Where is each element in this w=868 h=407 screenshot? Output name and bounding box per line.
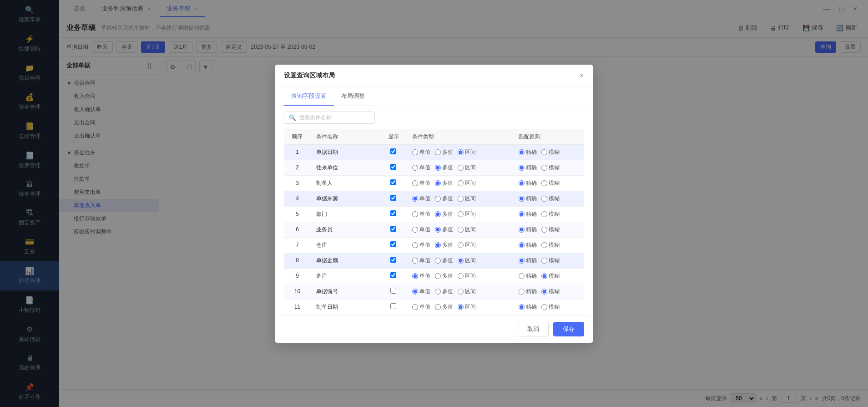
- row-type-cell[interactable]: 单值多值区间: [407, 284, 513, 299]
- row-type-cell[interactable]: 单值多值区间: [407, 191, 513, 206]
- show-checkbox[interactable]: [390, 164, 396, 170]
- row-show-cell[interactable]: [380, 191, 407, 206]
- cancel-button[interactable]: 取消: [518, 322, 549, 336]
- type-radio-multiple[interactable]: 多值: [435, 303, 453, 311]
- modal-save-button[interactable]: 保存: [553, 322, 584, 336]
- row-type-cell[interactable]: 单值多值区间: [407, 222, 513, 237]
- type-radio-single[interactable]: 单值: [412, 303, 430, 311]
- row-match-cell[interactable]: 精确模糊: [513, 253, 584, 268]
- type-radio-range[interactable]: 区间: [458, 148, 476, 156]
- match-radio-exact[interactable]: 精确: [519, 164, 537, 172]
- row-show-cell[interactable]: [380, 175, 407, 191]
- row-type-cell[interactable]: 单值多值区间: [407, 253, 513, 268]
- type-radio-single[interactable]: 单值: [412, 148, 430, 156]
- show-checkbox[interactable]: [390, 303, 396, 309]
- match-radio-exact[interactable]: 精确: [519, 272, 537, 280]
- type-radio-range[interactable]: 区间: [458, 241, 476, 249]
- show-checkbox[interactable]: [390, 272, 396, 278]
- row-match-cell[interactable]: 精确模糊: [513, 191, 584, 206]
- row-match-cell[interactable]: 精确模糊: [513, 299, 584, 315]
- type-radio-multiple[interactable]: 多值: [435, 226, 453, 234]
- match-radio-fuzzy[interactable]: 模糊: [541, 288, 560, 295]
- type-radio-single[interactable]: 单值: [412, 210, 430, 218]
- row-show-cell[interactable]: [380, 144, 407, 160]
- row-match-cell[interactable]: 精确模糊: [513, 175, 584, 191]
- match-radio-exact[interactable]: 精确: [519, 303, 537, 311]
- match-radio-exact[interactable]: 精确: [519, 257, 537, 265]
- show-checkbox[interactable]: [390, 257, 396, 263]
- row-type-cell[interactable]: 单值多值区间: [407, 268, 513, 284]
- match-radio-fuzzy[interactable]: 模糊: [541, 195, 560, 203]
- row-match-cell[interactable]: 精确模糊: [513, 144, 584, 160]
- row-match-cell[interactable]: 精确模糊: [513, 206, 584, 222]
- row-type-cell[interactable]: 单值多值区间: [407, 206, 513, 222]
- type-radio-multiple[interactable]: 多值: [435, 179, 453, 187]
- type-radio-single[interactable]: 单值: [412, 272, 430, 280]
- type-radio-range[interactable]: 区间: [458, 303, 476, 311]
- match-radio-exact[interactable]: 精确: [519, 210, 537, 218]
- type-radio-range[interactable]: 区间: [458, 257, 476, 265]
- row-show-cell[interactable]: [380, 237, 407, 253]
- match-radio-fuzzy[interactable]: 模糊: [541, 148, 560, 156]
- match-radio-fuzzy[interactable]: 模糊: [541, 303, 560, 311]
- match-radio-exact[interactable]: 精确: [519, 288, 537, 295]
- match-radio-exact[interactable]: 精确: [519, 179, 537, 187]
- row-show-cell[interactable]: [380, 222, 407, 237]
- match-radio-fuzzy[interactable]: 模糊: [541, 226, 560, 234]
- row-show-cell[interactable]: [380, 160, 407, 175]
- show-checkbox[interactable]: [390, 226, 396, 232]
- row-type-cell[interactable]: 单值多值区间: [407, 160, 513, 175]
- row-type-cell[interactable]: 单值多值区间: [407, 237, 513, 253]
- type-radio-multiple[interactable]: 多值: [435, 195, 453, 203]
- modal-search-input[interactable]: [299, 114, 370, 121]
- type-radio-single[interactable]: 单值: [412, 257, 430, 265]
- row-show-cell[interactable]: [380, 284, 407, 299]
- modal-tab-layout[interactable]: 布局调整: [334, 87, 372, 106]
- show-checkbox[interactable]: [390, 210, 396, 216]
- type-radio-range[interactable]: 区间: [458, 179, 476, 187]
- row-show-cell[interactable]: [380, 299, 407, 315]
- row-match-cell[interactable]: 精确模糊: [513, 160, 584, 175]
- match-radio-fuzzy[interactable]: 模糊: [541, 241, 560, 249]
- type-radio-multiple[interactable]: 多值: [435, 241, 453, 249]
- row-match-cell[interactable]: 精确模糊: [513, 237, 584, 253]
- type-radio-single[interactable]: 单值: [412, 164, 430, 172]
- row-show-cell[interactable]: [380, 206, 407, 222]
- row-match-cell[interactable]: 精确模糊: [513, 284, 584, 299]
- type-radio-single[interactable]: 单值: [412, 226, 430, 234]
- type-radio-single[interactable]: 单值: [412, 179, 430, 187]
- show-checkbox[interactable]: [390, 195, 396, 201]
- show-checkbox[interactable]: [390, 148, 396, 154]
- type-radio-multiple[interactable]: 多值: [435, 210, 453, 218]
- show-checkbox[interactable]: [390, 288, 396, 294]
- type-radio-single[interactable]: 单值: [412, 195, 430, 203]
- type-radio-range[interactable]: 区间: [458, 210, 476, 218]
- match-radio-exact[interactable]: 精确: [519, 226, 537, 234]
- row-show-cell[interactable]: [380, 253, 407, 268]
- type-radio-range[interactable]: 区间: [458, 272, 476, 280]
- match-radio-fuzzy[interactable]: 模糊: [541, 257, 560, 265]
- type-radio-single[interactable]: 单值: [412, 241, 430, 249]
- row-show-cell[interactable]: [380, 268, 407, 284]
- show-checkbox[interactable]: [390, 179, 396, 185]
- row-match-cell[interactable]: 精确模糊: [513, 222, 584, 237]
- row-match-cell[interactable]: 精确模糊: [513, 268, 584, 284]
- show-checkbox[interactable]: [390, 241, 396, 247]
- match-radio-fuzzy[interactable]: 模糊: [541, 164, 560, 172]
- row-type-cell[interactable]: 单值多值区间: [407, 175, 513, 191]
- type-radio-multiple[interactable]: 多值: [435, 257, 453, 265]
- match-radio-exact[interactable]: 精确: [519, 195, 537, 203]
- type-radio-single[interactable]: 单值: [412, 288, 430, 295]
- match-radio-fuzzy[interactable]: 模糊: [541, 272, 560, 280]
- type-radio-multiple[interactable]: 多值: [435, 148, 453, 156]
- type-radio-range[interactable]: 区间: [458, 164, 476, 172]
- match-radio-fuzzy[interactable]: 模糊: [541, 179, 560, 187]
- type-radio-multiple[interactable]: 多值: [435, 288, 453, 295]
- match-radio-fuzzy[interactable]: 模糊: [541, 210, 560, 218]
- row-type-cell[interactable]: 单值多值区间: [407, 144, 513, 160]
- modal-overlay[interactable]: 设置查询区域布局 × 查询字段设置 布局调整 🔍: [0, 0, 868, 407]
- type-radio-multiple[interactable]: 多值: [435, 272, 453, 280]
- type-radio-multiple[interactable]: 多值: [435, 164, 453, 172]
- type-radio-range[interactable]: 区间: [458, 226, 476, 234]
- type-radio-range[interactable]: 区间: [458, 195, 476, 203]
